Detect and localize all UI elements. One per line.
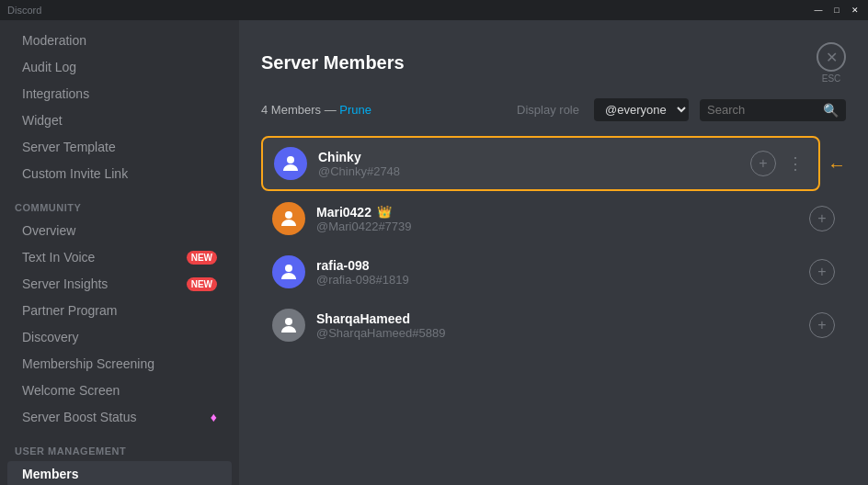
sidebar: Moderation Audit Log Integrations Widget… [0,20,239,485]
user-management-section-label: USER MANAGEMENT [0,431,239,460]
prune-link[interactable]: Prune [339,103,371,117]
search-box: 🔍 [700,99,846,121]
sidebar-item-server-boost-status[interactable]: Server Boost Status ♦ [7,404,232,430]
member-tag: @SharqaHameed#5889 [316,326,798,340]
sidebar-item-text-in-voice[interactable]: Text In Voice NEW [7,244,232,270]
member-actions: + ⋮ [750,150,807,177]
sidebar-item-partner-program[interactable]: Partner Program [7,298,232,323]
members-count: 4 Members — Prune [261,103,371,117]
table-row[interactable]: Mari0422 👑 @Mari0422#7739 + [261,193,846,244]
member-info: Mari0422 👑 @Mari0422#7739 [316,205,798,233]
sidebar-item-moderation[interactable]: Moderation [7,28,232,53]
sidebar-item-label: Discovery [22,330,78,344]
member-tag: @rafia-098#1819 [316,273,798,287]
member-name: Chinky [318,150,739,164]
table-row[interactable]: Chinky @Chinky#2748 + ⋮ [261,136,820,191]
sidebar-item-discovery[interactable]: Discovery [7,324,232,350]
sidebar-item-membership-screening[interactable]: Membership Screening [7,351,232,377]
sidebar-item-custom-invite-link[interactable]: Custom Invite Link [7,161,232,186]
sidebar-item-label: Membership Screening [22,356,154,371]
search-input[interactable] [707,103,817,117]
boost-icon: ♦ [211,410,217,424]
avatar [272,202,305,235]
svg-point-0 [287,156,294,164]
sidebar-item-audit-log[interactable]: Audit Log [7,54,232,80]
sidebar-item-label: Members [22,467,78,481]
search-icon: 🔍 [823,103,839,118]
display-role-label: Display role [517,103,579,117]
page-title: Server Members [261,52,405,73]
sidebar-item-label: Custom Invite Link [22,166,128,181]
sidebar-item-label: Moderation [22,33,86,48]
sidebar-item-label: Integrations [22,86,89,101]
avatar [274,147,307,180]
table-row[interactable]: SharqaHameed @SharqaHameed#5889 + [261,299,846,351]
crown-icon: 👑 [377,205,392,219]
sidebar-item-label: Widget [22,113,63,128]
esc-circle-icon: ✕ [817,42,846,72]
member-actions: + [809,206,835,231]
selection-arrow-icon: ← [828,154,846,175]
add-role-button[interactable]: + [809,206,835,231]
sidebar-item-welcome-screen[interactable]: Welcome Screen [7,378,232,403]
sidebar-item-label: Partner Program [22,303,117,318]
member-info: Chinky @Chinky#2748 [318,150,739,178]
member-actions: + [809,312,835,338]
maximize-button[interactable]: □ [831,5,842,16]
member-name: Mari0422 👑 [316,205,798,220]
member-tag: @Chinky#2748 [318,164,739,178]
minimize-button[interactable]: — [813,5,824,16]
sidebar-item-label: Text In Voice [22,250,95,265]
page-header: Server Members ✕ ESC [261,42,846,84]
add-role-button[interactable]: + [809,259,835,285]
role-select[interactable]: @everyone [594,98,689,121]
sidebar-item-integrations[interactable]: Integrations [7,81,232,107]
members-list: Chinky @Chinky#2748 + ⋮ ← [261,136,846,351]
community-section-label: COMMUNITY [0,187,239,217]
new-badge: NEW [187,277,217,291]
sidebar-item-label: Welcome Screen [22,383,120,398]
new-badge: NEW [187,251,217,265]
svg-point-1 [285,211,292,219]
member-info: SharqaHameed @SharqaHameed#5889 [316,311,798,340]
member-name: SharqaHameed [316,311,798,326]
member-tag: @Mari0422#7739 [316,220,798,233]
sidebar-item-label: Server Insights [22,276,108,291]
sidebar-item-label: Audit Log [22,60,76,74]
member-actions: + [809,259,835,285]
sidebar-item-members[interactable]: Members [7,461,232,485]
titlebar: Discord — □ ✕ [0,0,868,20]
main-content: Server Members ✕ ESC 4 Members — Prune D… [239,20,868,485]
app-title: Discord [7,5,41,16]
sidebar-item-widget[interactable]: Widget [7,107,232,133]
esc-label: ESC [822,73,841,84]
sidebar-item-label: Overview [22,223,75,238]
esc-button[interactable]: ✕ ESC [817,42,846,84]
add-role-button[interactable]: + [750,151,776,176]
avatar [272,255,305,288]
app-body: Moderation Audit Log Integrations Widget… [0,20,868,485]
sidebar-item-label: Server Template [22,140,116,154]
selected-row-wrapper: Chinky @Chinky#2748 + ⋮ ← [261,136,846,193]
sidebar-item-server-insights[interactable]: Server Insights NEW [7,271,232,297]
member-info: rafia-098 @rafia-098#1819 [316,258,798,287]
avatar [272,309,305,342]
table-row[interactable]: rafia-098 @rafia-098#1819 + [261,246,846,298]
close-button[interactable]: ✕ [850,5,861,16]
add-role-button[interactable]: + [809,312,835,338]
sidebar-item-overview[interactable]: Overview [7,218,232,243]
sidebar-item-server-template[interactable]: Server Template [7,134,232,160]
member-name: rafia-098 [316,258,798,273]
sidebar-item-label: Server Boost Status [22,410,137,424]
filter-bar: 4 Members — Prune Display role @everyone… [261,98,846,121]
window-controls: — □ ✕ [813,5,861,16]
svg-point-2 [285,265,292,272]
svg-point-3 [285,318,292,325]
more-options-button[interactable]: ⋮ [783,150,807,177]
